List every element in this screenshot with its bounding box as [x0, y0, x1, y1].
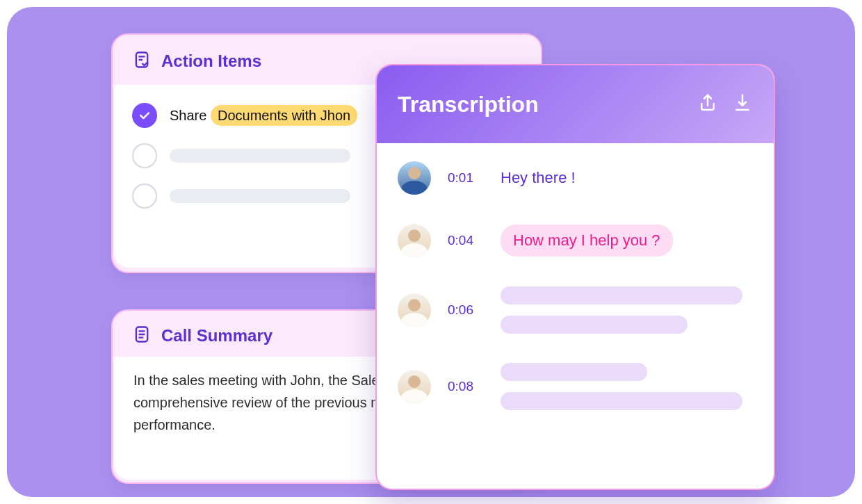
action-item-text: Share Documents with Jhon	[170, 108, 357, 124]
placeholder-bar	[501, 363, 647, 381]
clipboard-check-icon	[132, 50, 152, 72]
transcript-row: 0:08	[398, 363, 753, 410]
transcript-row: 0:04 How may I help you ?	[398, 224, 753, 257]
placeholder-lines	[501, 286, 753, 334]
transcription-header: Transcription	[377, 65, 774, 143]
transcription-card: Transcription 0:01	[375, 64, 775, 490]
action-item-highlight: Documents with Jhon	[211, 105, 357, 126]
action-items-title: Action Items	[161, 51, 261, 71]
transcript-row: 0:01 Hey there !	[398, 161, 753, 195]
app-canvas: Action Items Share Documents with Jhon	[7, 7, 855, 497]
placeholder-bar	[501, 286, 742, 304]
avatar	[398, 370, 431, 403]
timestamp: 0:06	[448, 302, 484, 318]
transcript-text: Hey there !	[501, 169, 576, 187]
timestamp: 0:01	[448, 170, 484, 186]
avatar	[398, 161, 431, 195]
transcription-body: 0:01 Hey there ! 0:04 How may I help you…	[377, 143, 774, 428]
timestamp: 0:04	[448, 233, 484, 248]
download-icon[interactable]	[732, 92, 753, 116]
unchecked-circle-icon[interactable]	[132, 143, 157, 168]
transcription-actions	[697, 92, 753, 116]
avatar	[398, 293, 431, 327]
unchecked-circle-icon[interactable]	[132, 184, 157, 209]
placeholder-bar	[501, 392, 742, 410]
action-item-prefix: Share	[170, 108, 211, 123]
transcript-row: 0:06	[398, 286, 753, 334]
placeholder-bar	[170, 189, 350, 203]
placeholder-bar	[501, 316, 688, 334]
timestamp: 0:08	[448, 379, 484, 394]
share-icon[interactable]	[697, 92, 718, 116]
transcription-title: Transcription	[398, 92, 539, 117]
avatar	[398, 224, 431, 257]
document-icon	[132, 325, 152, 347]
check-circle-icon[interactable]	[132, 103, 157, 128]
call-summary-title: Call Summary	[161, 326, 273, 346]
transcript-text: How may I help you ?	[501, 225, 673, 257]
placeholder-bar	[170, 149, 350, 163]
placeholder-lines	[501, 363, 753, 410]
